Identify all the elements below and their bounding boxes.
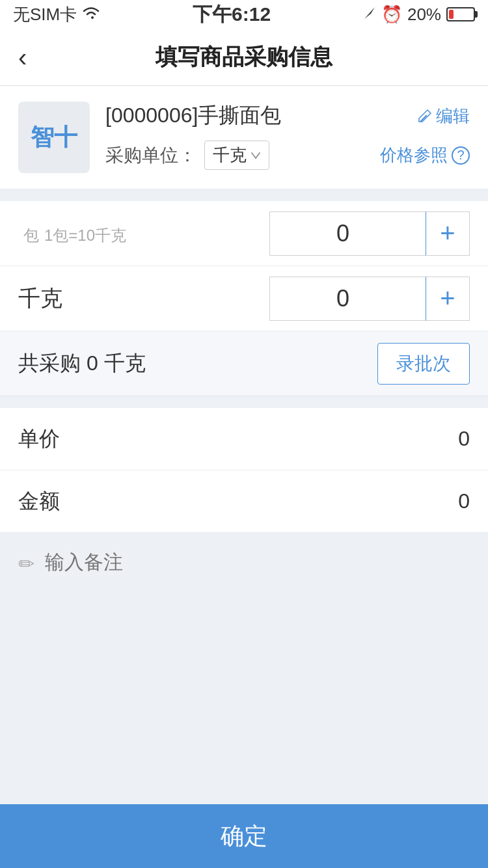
kg-plus-button[interactable]: + [426, 277, 470, 321]
product-info: [0000006]手撕面包 编辑 采购单位： 千克 [105, 102, 470, 170]
bag-quantity-input[interactable] [269, 211, 426, 256]
alarm-icon: ⏰ [381, 5, 402, 25]
status-bar: 无SIM卡 下午6:12 ⏰ 20% [0, 0, 488, 29]
total-text: 共采购 0 千克 [18, 349, 146, 378]
unit-value: 千克 [213, 144, 247, 167]
battery-percent: 20% [407, 5, 441, 25]
batch-record-button[interactable]: 录批次 [377, 343, 470, 385]
confirm-button[interactable]: 确定 [0, 804, 488, 868]
purchase-unit-row: 采购单位： 千克 价格参照 ? [105, 141, 470, 170]
total-value: 0 [87, 351, 98, 375]
kg-quantity-input[interactable] [269, 277, 426, 321]
kg-label: 千克 [18, 284, 62, 314]
purchase-unit-label: 采购单位： [105, 143, 197, 168]
status-bar-right: ⏰ 20% [363, 5, 475, 25]
unit-price-label: 单价 [18, 425, 60, 454]
page-title: 填写商品采购信息 [156, 42, 332, 72]
price-info-section: 单价 0 金额 0 [0, 408, 488, 533]
signal-text: 无SIM卡 [13, 3, 77, 26]
unit-price-row: 单价 0 [0, 408, 488, 470]
remark-section: ✏ [0, 533, 488, 663]
edit-button[interactable]: 编辑 [418, 105, 470, 128]
section-divider-1 [0, 189, 488, 201]
battery-icon [446, 7, 475, 21]
bag-label: 包1包=10千克 [18, 221, 126, 246]
pencil-icon: ✏ [18, 552, 34, 575]
amount-label: 金额 [18, 487, 60, 516]
nav-bar: ‹ 填写商品采购信息 [0, 29, 488, 86]
product-card: 智十 [0000006]手撕面包 编辑 采购单位： 千克 [0, 86, 488, 189]
section-divider-2 [0, 396, 488, 408]
kg-input-controls: + [269, 277, 470, 321]
amount-row: 金额 0 [0, 470, 488, 533]
location-icon [363, 5, 376, 25]
bag-input-controls: + [269, 211, 470, 256]
thumb-text: 智十 [31, 122, 77, 154]
input-section: 包1包=10千克 + 千克 + 共采购 0 千克 录批次 [0, 201, 488, 396]
back-button[interactable]: ‹ [18, 42, 27, 72]
product-full-name: [0000006]手撕面包 [105, 102, 281, 130]
total-row: 共采购 0 千克 录批次 [0, 331, 488, 396]
remark-input[interactable] [45, 551, 470, 573]
price-reference-button[interactable]: 价格参照 ? [380, 144, 470, 167]
wifi-icon [82, 5, 100, 25]
unit-selector[interactable]: 千克 [204, 141, 269, 170]
unit-price-value: 0 [458, 427, 470, 451]
product-name-row: [0000006]手撕面包 编辑 [105, 102, 470, 130]
status-bar-left: 无SIM卡 [13, 3, 100, 26]
kg-input-row: 千克 + [0, 266, 488, 331]
status-bar-time: 下午6:12 [193, 1, 271, 28]
price-ref-icon: ? [452, 146, 470, 165]
amount-value: 0 [458, 489, 470, 513]
bag-plus-button[interactable]: + [426, 211, 470, 256]
product-thumbnail: 智十 [18, 102, 90, 173]
bag-input-row: 包1包=10千克 + [0, 201, 488, 266]
